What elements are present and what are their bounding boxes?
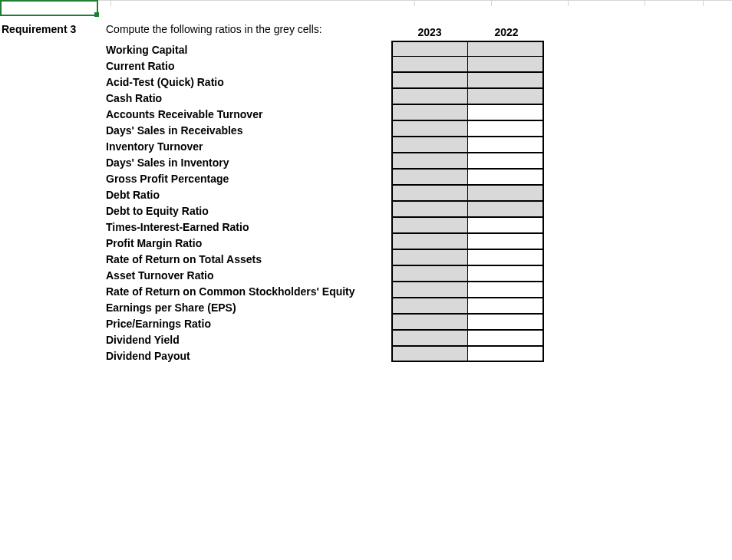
cell-y2[interactable] [467,330,544,346]
ratio-table: 2023 2022 [391,24,545,363]
table-row [391,234,545,250]
cell-y2[interactable] [467,346,544,362]
cell-y1[interactable] [391,201,468,217]
year-headers: 2023 2022 [391,24,545,41]
year-header-2023: 2023 [391,24,468,41]
ratio-label-row: Acid-Test (Quick) Ratio [106,74,355,90]
ratio-name: Profit Margin Ratio [106,237,202,249]
ratio-name: Cash Ratio [106,92,162,104]
ratio-name: Dividend Payout [106,350,190,362]
ratio-name: Debt to Equity Ratio [106,205,209,217]
ratio-label-row: Accounts Receivable Turnover [106,106,355,122]
ratio-label-row: Asset Turnover Ratio [106,267,355,283]
cell-y2[interactable] [467,201,544,217]
cell-y1[interactable] [391,217,468,233]
cell-y1[interactable] [391,282,468,298]
cell-y1[interactable] [391,233,468,249]
instruction-text: Compute the following ratios in the grey… [104,21,322,35]
ratio-label-row: Rate of Return on Total Assets [106,251,355,267]
active-cell[interactable] [0,0,98,16]
ratio-label-row: Times-Interest-Earned Ratio [106,219,355,235]
table-row [391,218,545,234]
cell-y2[interactable] [467,56,544,72]
cell-y1[interactable] [391,56,468,72]
cell-y1[interactable] [391,137,468,153]
table-row [391,298,545,315]
cell-y2[interactable] [467,314,544,330]
ratio-label-row: Dividend Payout [106,348,355,364]
table-row [391,41,545,57]
table-row [391,347,545,363]
ratio-label-row: Price/Earnings Ratio [106,315,355,331]
cell-y1[interactable] [391,104,468,120]
ratio-label-row: Earnings per Share (EPS) [106,299,355,315]
table-row [391,57,545,73]
table-row [391,250,545,266]
cell-y1[interactable] [391,346,468,362]
cell-y2[interactable] [467,120,544,137]
ratio-name: Price/Earnings Ratio [106,318,211,330]
cell-y2[interactable] [467,72,544,88]
table-row [391,73,545,89]
table-row [391,89,545,105]
cell-y1[interactable] [391,265,468,282]
ratio-name: Rate of Return on Total Assets [106,253,262,265]
cell-y1[interactable] [391,298,468,314]
ratio-label-row: Current Ratio [106,58,355,74]
cell-y1[interactable] [391,314,468,330]
cell-y1[interactable] [391,120,468,137]
cell-y2[interactable] [467,282,544,298]
cell-y2[interactable] [467,185,544,201]
table-row [391,282,545,298]
cell-y2[interactable] [467,249,544,265]
table-row [391,186,545,202]
table-row [391,331,545,347]
cell-y2[interactable] [467,104,544,120]
ratio-label-row: Dividend Yield [106,331,355,348]
cell-y2[interactable] [467,298,544,314]
content-area: Requirement 3 Compute the following rati… [0,21,732,35]
ratio-name: Acid-Test (Quick) Ratio [106,76,224,88]
ratio-label-row: Cash Ratio [106,90,355,106]
table-row [391,105,545,121]
cell-y1[interactable] [391,88,468,104]
table-row [391,266,545,282]
ratio-name: Current Ratio [106,60,174,72]
cell-y2[interactable] [467,41,544,57]
cell-y1[interactable] [391,249,468,265]
cell-y1[interactable] [391,41,468,57]
cell-y1[interactable] [391,330,468,346]
ratio-label-row: Inventory Turnover [106,138,355,154]
cell-y1[interactable] [391,169,468,185]
table-row [391,121,545,137]
table-row [391,170,545,186]
ratio-name: Working Capital [106,44,187,56]
cell-y2[interactable] [467,153,544,169]
cell-y2[interactable] [467,217,544,233]
cell-y2[interactable] [467,233,544,249]
cell-y1[interactable] [391,153,468,169]
cell-y2[interactable] [467,169,544,185]
ratio-name: Inventory Turnover [106,140,203,153]
cell-y2[interactable] [467,88,544,104]
ratio-name: Days' Sales in Inventory [106,156,229,169]
table-rows [391,41,545,363]
ratio-label-row: Gross Profit Percentage [106,170,355,186]
requirement-label: Requirement 3 [0,21,104,35]
ratio-name: Gross Profit Percentage [106,173,229,185]
ratio-labels: Working CapitalCurrent RatioAcid-Test (Q… [106,41,355,364]
ratio-name: Debt Ratio [106,189,160,201]
ratio-label-row: Working Capital [106,41,355,58]
ratio-label-row: Days' Sales in Receivables [106,122,355,138]
year-header-2022: 2022 [468,24,545,41]
ratio-label-row: Days' Sales in Inventory [106,154,355,170]
table-row [391,202,545,218]
cell-y2[interactable] [467,265,544,282]
ratio-name: Times-Interest-Earned Ratio [106,221,249,233]
cell-y1[interactable] [391,72,468,88]
ratio-label-row: Profit Margin Ratio [106,235,355,251]
cell-y2[interactable] [467,137,544,153]
cell-y1[interactable] [391,185,468,201]
ratio-label-row: Debt Ratio [106,186,355,203]
ratio-label-row: Rate of Return on Common Stockholders' E… [106,283,355,299]
